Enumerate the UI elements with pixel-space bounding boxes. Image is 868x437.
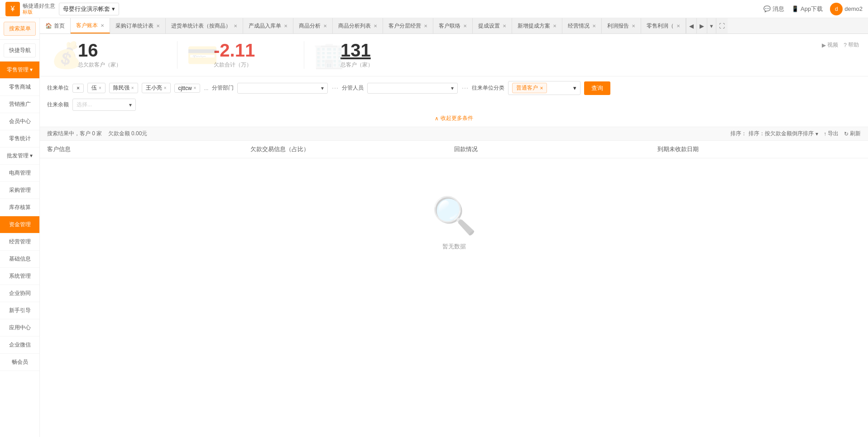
sidebar-item-retail-stats[interactable]: 零售统计 bbox=[0, 130, 39, 147]
tab-inbound-stats[interactable]: 进货单统计表（按商品） ✕ bbox=[166, 18, 243, 33]
sidebar-item-member2[interactable]: 畅会员 bbox=[0, 354, 39, 371]
export-icon: ↑ bbox=[824, 131, 826, 137]
tab-nav-fullscreen[interactable]: ⛶ bbox=[716, 18, 728, 33]
remove-tag-chen[interactable]: × bbox=[131, 86, 134, 90]
stat-block-debt: 💳 -2.11 欠款合计（万） bbox=[177, 41, 304, 69]
tab-close-customers[interactable]: ✕ bbox=[101, 23, 104, 28]
table-header: 客户信息 欠款交易信息（占比） 回款情况 到期未收款日期 bbox=[40, 141, 868, 158]
messages-button[interactable]: 💬 消息 bbox=[763, 5, 784, 13]
tab-close-inbound[interactable]: ✕ bbox=[234, 24, 237, 28]
tab-close-product-list[interactable]: ✕ bbox=[374, 24, 377, 28]
tab-profit[interactable]: 利润报告 ✕ bbox=[602, 18, 641, 33]
tab-close-profit[interactable]: ✕ bbox=[632, 24, 635, 28]
app-download-button[interactable]: 📱 App下载 bbox=[791, 5, 823, 13]
query-button[interactable]: 查询 bbox=[584, 81, 610, 95]
tab-bar: 🏠 首页 客户账本 ✕ 采购订单统计表 ✕ 进货单统计表（按商品） ✕ 产成品入… bbox=[40, 18, 868, 34]
remove-tag-cjttcw[interactable]: × bbox=[194, 86, 197, 90]
tab-new-raise[interactable]: 新增提成方案 ✕ bbox=[512, 18, 562, 33]
export-button[interactable]: ↑ 导出 bbox=[824, 130, 839, 138]
tab-customer-contact[interactable]: 客户联络 ✕ bbox=[433, 18, 473, 33]
remove-tag-wang[interactable]: × bbox=[164, 86, 167, 90]
tab-home[interactable]: 🏠 首页 bbox=[40, 18, 71, 33]
sidebar-item-new-guide[interactable]: 新手引导 bbox=[0, 302, 39, 319]
tab-product-analysis[interactable]: 商品分析 ✕ bbox=[293, 18, 333, 33]
customers-icon: 💰 bbox=[51, 40, 82, 70]
sidebar-item-purchase[interactable]: 采购管理 bbox=[0, 182, 39, 199]
tab-raise-settings[interactable]: 提成设置 ✕ bbox=[473, 18, 512, 33]
tab-nav-forward[interactable]: ▶ bbox=[696, 18, 707, 33]
tab-customer-tier[interactable]: 客户分层经营 ✕ bbox=[383, 18, 433, 33]
tab-close-retail[interactable]: ✕ bbox=[676, 24, 680, 28]
filter-more-tags[interactable]: ... bbox=[204, 85, 208, 91]
dept-filter-select[interactable]: ▾ bbox=[237, 83, 328, 94]
col-customer-info: 客户信息 bbox=[47, 145, 250, 153]
video-help-button[interactable]: ▶ 视频 bbox=[822, 41, 838, 49]
table-body: 🔍 暂无数据 bbox=[40, 158, 868, 437]
table-container: 客户信息 欠款交易信息（占比） 回款情况 到期未收款日期 🔍 暂无数据 bbox=[40, 141, 868, 437]
tab-production[interactable]: 产成品入库单 ✕ bbox=[243, 18, 293, 33]
sidebar-item-ecommerce[interactable]: 电商管理 bbox=[0, 165, 39, 182]
refresh-button[interactable]: ↻ 刷新 bbox=[844, 130, 861, 138]
download-icon: 📱 bbox=[791, 5, 799, 12]
tab-product-analysis-list[interactable]: 商品分析列表 ✕ bbox=[333, 18, 383, 33]
sidebar-item-marketing[interactable]: 营销推广 bbox=[0, 96, 39, 113]
search-menu-button[interactable]: 搜索菜单 bbox=[4, 22, 36, 36]
total-icon: 🏢 bbox=[313, 40, 345, 70]
sidebar-item-inventory[interactable]: 库存核算 bbox=[0, 199, 39, 216]
stat2-value: -2.11 bbox=[214, 41, 277, 59]
filter-tag-wu: 伍 × bbox=[87, 83, 106, 93]
stat3-label: 总客户（家） bbox=[340, 61, 404, 69]
sidebar-item-basic-info[interactable]: 基础信息 bbox=[0, 251, 39, 268]
sidebar-item-system[interactable]: 系统管理 bbox=[0, 268, 39, 285]
account-selector[interactable]: 母婴行业演示帐套 ▾ bbox=[59, 3, 119, 15]
tab-close-purchase[interactable]: ✕ bbox=[156, 24, 160, 28]
tab-close-production[interactable]: ✕ bbox=[284, 24, 288, 28]
stat-block-total: 🏢 131 总客户（家） bbox=[304, 41, 431, 69]
balance-filter-select[interactable]: 选择... ▾ bbox=[72, 99, 136, 111]
tab-close-contact[interactable]: ✕ bbox=[463, 24, 467, 28]
sidebar-item-wholesale[interactable]: 批发管理 ▾ bbox=[0, 147, 39, 165]
filter-row-1: 往来单位 × 伍 × 陈民强 × 王小亮 × bbox=[47, 81, 861, 95]
unit-type-filter-label: 往来单位分类 bbox=[472, 84, 504, 92]
tab-operations[interactable]: 经营情况 ✕ bbox=[562, 18, 602, 33]
remove-tag-wu[interactable]: × bbox=[99, 86, 101, 90]
sidebar-item-member[interactable]: 会员中心 bbox=[0, 113, 39, 130]
unit-type-filter-input[interactable]: 普通客户 × ▾ bbox=[508, 81, 580, 95]
tab-close-raise[interactable]: ✕ bbox=[503, 24, 506, 28]
tab-purchase-orders[interactable]: 采购订单统计表 ✕ bbox=[110, 18, 166, 33]
chevron-down-icon: ▾ bbox=[815, 131, 818, 137]
app-wrapper: ¥ 畅捷通好生意 标版 母婴行业演示帐套 ▾ 💬 消息 📱 App下载 d bbox=[0, 0, 868, 437]
chevron-down-icon: ▾ bbox=[451, 85, 454, 91]
stat3-value[interactable]: 131 bbox=[340, 41, 404, 59]
sidebar-item-operations[interactable]: 经营管理 bbox=[0, 233, 39, 251]
tab-close-new-raise[interactable]: ✕ bbox=[553, 24, 556, 28]
sort-select[interactable]: 排序： 排序：按欠款金额倒序排序 ▾ bbox=[730, 130, 818, 138]
top-bar-right: 💬 消息 📱 App下载 d demo2 bbox=[763, 3, 863, 15]
sidebar-item-enterprise-coop[interactable]: 企业协同 bbox=[0, 285, 39, 302]
tab-close-tier[interactable]: ✕ bbox=[424, 24, 427, 28]
sidebar-item-retail[interactable]: 零售管理 ▾ bbox=[0, 62, 39, 79]
tab-close-ops[interactable]: ✕ bbox=[592, 24, 596, 28]
person-filter-select[interactable]: ▾ bbox=[367, 83, 458, 94]
chevron-down-icon: ▾ bbox=[573, 85, 576, 91]
user-profile[interactable]: d demo2 bbox=[830, 3, 863, 15]
chevron-down-icon: ▾ bbox=[30, 152, 33, 159]
tab-close-product[interactable]: ✕ bbox=[323, 24, 327, 28]
main-area: 搜索菜单 快捷导航 零售管理 ▾ 零售商城 营销推广 会员中心 零售统计 bbox=[0, 18, 868, 437]
tab-retail-profit[interactable]: 零售利润（ ✕ bbox=[641, 18, 686, 33]
tab-nav-dropdown[interactable]: ▾ bbox=[707, 18, 716, 33]
sidebar-item-finance[interactable]: 资金管理 bbox=[0, 216, 39, 233]
sidebar-item-retail-mall[interactable]: 零售商城 bbox=[0, 79, 39, 96]
tab-nav-back[interactable]: ◀ bbox=[686, 18, 696, 33]
quick-nav-button[interactable]: 快捷导航 bbox=[4, 43, 36, 57]
results-actions: 排序： 排序：按欠款金额倒序排序 ▾ ↑ 导出 ↻ 刷新 bbox=[730, 130, 861, 138]
sidebar-item-enterprise-wechat[interactable]: 企业微信 bbox=[0, 337, 39, 354]
tab-customers[interactable]: 客户账本 ✕ bbox=[71, 18, 110, 33]
sidebar-item-app-center[interactable]: 应用中心 bbox=[0, 319, 39, 337]
help-button[interactable]: ? 帮助 bbox=[844, 41, 859, 49]
remove-unit-type-tag[interactable]: × bbox=[540, 85, 543, 91]
filter-collapse-row: ∧ 收起更多条件 bbox=[47, 114, 861, 122]
stat2-label: 欠款合计（万） bbox=[214, 61, 277, 69]
collapse-filter-button[interactable]: ∧ 收起更多条件 bbox=[435, 114, 473, 122]
filter-area: 往来单位 × 伍 × 陈民强 × 王小亮 × bbox=[40, 76, 868, 127]
